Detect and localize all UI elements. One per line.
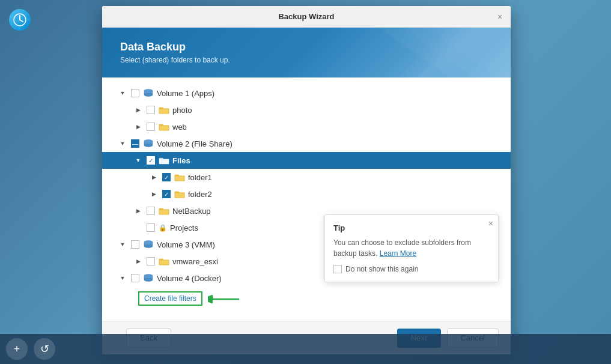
expand-volume4[interactable] xyxy=(118,273,127,283)
folder-icon-photo xyxy=(159,106,169,114)
expand-volume2[interactable] xyxy=(118,139,127,148)
expand-folder2[interactable] xyxy=(149,189,159,199)
label-photo: photo xyxy=(172,106,192,115)
label-volume3: Volume 3 (VMM) xyxy=(157,240,215,249)
folder-icon-files xyxy=(159,156,169,165)
wizard-subtitle: Select (shared) folders to back up. xyxy=(120,56,493,64)
label-folder2: folder2 xyxy=(188,190,212,199)
label-vmware: vmware_esxi xyxy=(172,257,218,266)
checkbox-vmware[interactable] xyxy=(147,257,155,265)
tree-item-folder2[interactable]: ✓ folder2 xyxy=(102,186,511,202)
db-icon-volume2 xyxy=(143,139,154,148)
label-netbackup: NetBackup xyxy=(172,207,211,216)
expand-volume1[interactable] xyxy=(118,88,127,98)
tree-item-volume2[interactable]: — Volume 2 (File Share) xyxy=(102,135,511,152)
checkbox-folder1[interactable]: ✓ xyxy=(162,173,171,181)
wizard-title: Data Backup xyxy=(120,41,493,53)
wizard-header: Data Backup Select (shared) folders to b… xyxy=(102,28,511,77)
backup-wizard-window: Backup Wizard × Data Backup Select (shar… xyxy=(102,6,511,354)
label-volume1: Volume 1 (Apps) xyxy=(157,89,214,98)
create-file-filters-link[interactable]: Create file filters xyxy=(138,291,202,306)
app-icon xyxy=(9,9,31,31)
checkbox-volume4[interactable] xyxy=(131,274,139,282)
checkbox-files[interactable]: ✓ xyxy=(147,156,155,165)
folder-icon-folder2 xyxy=(174,190,185,198)
db-icon-volume3 xyxy=(143,240,154,249)
tree-item-folder1[interactable]: ✓ folder1 xyxy=(102,169,511,186)
expand-files[interactable] xyxy=(133,156,143,165)
tree-item-volume1[interactable]: Volume 1 (Apps) xyxy=(102,85,511,102)
db-icon-volume4 xyxy=(143,274,154,282)
tip-text: You can choose to exclude subfolders fro… xyxy=(333,237,490,259)
wizard-content: Volume 1 (Apps) photo xyxy=(102,77,511,354)
window-controls: × xyxy=(495,12,505,22)
expand-photo[interactable] xyxy=(133,105,143,115)
checkbox-folder2[interactable]: ✓ xyxy=(162,190,171,198)
taskbar-history-button[interactable]: ↺ xyxy=(34,338,55,360)
create-filters-row: Create file filters xyxy=(102,287,511,311)
tip-checkbox-row: Do not show this again xyxy=(333,265,490,273)
folder-icon-netbackup xyxy=(159,207,169,215)
expand-netbackup[interactable] xyxy=(133,206,143,216)
label-files: Files xyxy=(172,156,190,165)
label-web: web xyxy=(172,123,187,132)
expand-folder1[interactable] xyxy=(149,172,159,182)
checkbox-projects[interactable] xyxy=(147,223,155,232)
folder-icon-folder1 xyxy=(174,173,185,181)
window-title: Backup Wizard xyxy=(278,12,334,21)
label-projects: Projects xyxy=(170,223,198,232)
desktop: Backup Wizard × Data Backup Select (shar… xyxy=(0,0,611,364)
folder-icon-web xyxy=(159,123,169,131)
label-folder1: folder1 xyxy=(188,173,212,182)
folder-tree[interactable]: Volume 1 (Apps) photo xyxy=(102,77,511,321)
checkbox-volume3[interactable] xyxy=(131,240,139,249)
tip-popup: × Tip You can choose to exclude subfolde… xyxy=(324,214,499,282)
tree-item-web[interactable]: web xyxy=(102,118,511,135)
window-close-button[interactable]: × xyxy=(495,12,505,22)
folder-icon-vmware xyxy=(159,257,169,265)
window-titlebar: Backup Wizard × xyxy=(102,6,511,28)
taskbar-add-button[interactable]: + xyxy=(6,338,28,360)
expand-web[interactable] xyxy=(133,122,143,132)
tree-item-photo[interactable]: photo xyxy=(102,102,511,118)
taskbar: + ↺ xyxy=(0,334,611,364)
checkbox-volume2[interactable]: — xyxy=(131,139,139,148)
lock-icon-projects: 🔒 xyxy=(159,224,167,232)
expand-volume3[interactable] xyxy=(118,240,127,249)
tip-do-not-show-label: Do not show this again xyxy=(345,265,418,273)
label-volume4: Volume 4 (Docker) xyxy=(157,274,222,283)
checkbox-web[interactable] xyxy=(147,123,155,131)
label-volume2: Volume 2 (File Share) xyxy=(157,139,233,148)
checkbox-volume1[interactable] xyxy=(131,89,139,97)
arrow-annotation xyxy=(208,292,244,306)
tip-learn-more-link[interactable]: Learn More xyxy=(380,249,416,258)
checkbox-netbackup[interactable] xyxy=(147,207,155,215)
tip-do-not-show-checkbox[interactable] xyxy=(333,265,342,273)
db-icon-volume1 xyxy=(143,89,154,97)
tip-title: Tip xyxy=(333,223,490,232)
tip-close-button[interactable]: × xyxy=(488,219,493,228)
expand-vmware[interactable] xyxy=(133,256,143,266)
tree-item-files[interactable]: ✓ Files xyxy=(102,152,511,169)
checkbox-photo[interactable] xyxy=(147,106,155,114)
